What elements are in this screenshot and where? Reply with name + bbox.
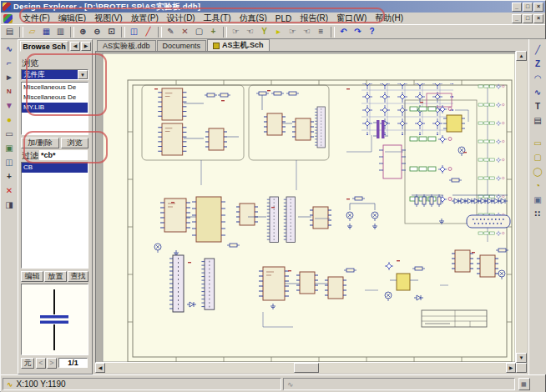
page-prev-button[interactable]: <: [36, 358, 46, 369]
menu-tools[interactable]: 工具(T): [200, 13, 235, 24]
menu-window[interactable]: 窗口(W): [332, 13, 371, 24]
round-rect-tool-icon[interactable]: ▢: [531, 151, 544, 163]
list-icon[interactable]: ≡: [314, 26, 328, 38]
find-button[interactable]: 查找: [68, 271, 88, 282]
delete-tool-icon[interactable]: ✕: [3, 184, 16, 197]
tab-schematic-active[interactable]: AS主机.Sch: [207, 39, 270, 51]
panel-scroll-left-button[interactable]: ◀: [70, 42, 80, 51]
menu-place[interactable]: 放置(P): [126, 13, 162, 24]
menu-view[interactable]: 视图(V): [90, 13, 126, 24]
rectangle-tool-icon[interactable]: ▭: [531, 137, 544, 149]
help-icon[interactable]: ?: [365, 26, 379, 38]
document-icon[interactable]: [3, 14, 13, 23]
zoom-selection-icon[interactable]: ⊡: [104, 26, 119, 38]
net-label-tool-icon[interactable]: N: [3, 85, 16, 98]
select-document-icon[interactable]: ▤: [3, 26, 17, 38]
picture-tool-icon[interactable]: ◫: [3, 156, 16, 168]
minimize-button[interactable]: _: [512, 3, 522, 12]
menu-file[interactable]: 文件(F): [18, 13, 54, 24]
panel-tab-browse-sch[interactable]: Browse Sch: [20, 41, 68, 52]
menu-help[interactable]: 帮助(H): [371, 13, 407, 24]
scroll-right-icon[interactable]: ▶: [506, 363, 516, 373]
pointer-tool-icon[interactable]: ►: [3, 71, 16, 83]
bezier-tool-icon[interactable]: ∿: [531, 86, 544, 98]
undo-icon[interactable]: ↶: [336, 26, 351, 38]
vertical-scrollbar[interactable]: ▲ ▼: [516, 51, 527, 363]
renumber-icon[interactable]: ☜: [300, 26, 314, 38]
mdi-restore-button[interactable]: □: [523, 14, 533, 23]
unit-button[interactable]: 元: [21, 358, 34, 369]
print-icon[interactable]: ▥: [53, 26, 68, 38]
menu-reports[interactable]: 报告(R): [296, 13, 332, 24]
place-button[interactable]: 放置: [44, 271, 67, 282]
bus-tool-icon[interactable]: ⌐: [3, 57, 16, 69]
open-icon[interactable]: ▱: [25, 26, 39, 38]
library-listbox[interactable]: Miscellaneous De Miscellaneous De MY.LIB: [21, 82, 88, 135]
annotate-icon[interactable]: ☞: [286, 26, 300, 38]
status-grid-button[interactable]: ▦: [518, 378, 530, 390]
mdi-close-button[interactable]: ×: [533, 14, 543, 23]
text-frame-tool-icon[interactable]: ▤: [531, 114, 544, 127]
part-place-tool-icon[interactable]: ▭: [3, 128, 16, 140]
dropdown-arrow-icon[interactable]: ▼: [78, 70, 88, 79]
probe-net-icon[interactable]: ☜: [243, 26, 257, 38]
close-button[interactable]: ×: [533, 3, 543, 12]
add-remove-button[interactable]: 加/删除: [21, 138, 59, 148]
scrollbar-corner: [516, 363, 527, 373]
tab-documents[interactable]: Documents: [157, 40, 207, 51]
scrollbar-thumb[interactable]: [294, 363, 319, 373]
filter-icon[interactable]: Y: [257, 26, 271, 38]
browse-library-icon[interactable]: ◫: [127, 26, 141, 38]
move-part-tool-icon[interactable]: +: [3, 170, 16, 183]
redo-icon[interactable]: ↷: [351, 26, 365, 38]
list-item[interactable]: Miscellaneous De: [22, 93, 88, 103]
library-type-dropdown[interactable]: 元件库 ▼: [21, 69, 88, 80]
list-item-selected[interactable]: MY.LIB: [22, 103, 88, 113]
filter-input[interactable]: *cb*: [39, 150, 88, 160]
move-icon[interactable]: +: [206, 26, 220, 38]
save-icon[interactable]: ▦: [39, 26, 53, 38]
list-item-selected[interactable]: CB: [22, 163, 88, 173]
schematic-canvas[interactable]: [95, 51, 516, 363]
cut-icon[interactable]: ✕: [178, 26, 192, 38]
edit-button[interactable]: 编辑: [21, 271, 43, 282]
arc-tool-icon[interactable]: ◠: [531, 72, 544, 84]
browse-button[interactable]: 浏览: [61, 138, 88, 148]
paste-array-tool-icon[interactable]: ∷: [531, 208, 544, 220]
menu-edit[interactable]: 编辑(E): [54, 13, 90, 24]
ellipse-tool-icon[interactable]: ◯: [531, 165, 544, 178]
polyline-tool-icon[interactable]: Z: [531, 58, 544, 70]
scroll-up-icon[interactable]: ▲: [516, 51, 527, 61]
text-tool-icon[interactable]: T: [531, 100, 544, 113]
edit-tool-icon[interactable]: ✎: [164, 26, 178, 38]
pie-tool-icon[interactable]: ◔: [531, 179, 544, 192]
line-tool-icon[interactable]: ╱: [531, 43, 544, 56]
scroll-down-icon[interactable]: ▼: [516, 353, 527, 363]
scroll-left-icon[interactable]: ◀: [95, 363, 105, 373]
wire-tool-icon[interactable]: ∿: [3, 43, 16, 55]
cluster-db-connector: [467, 215, 510, 228]
select-area-icon[interactable]: ▢: [192, 26, 206, 38]
restore-button[interactable]: □: [523, 3, 533, 12]
graphic-tool-icon[interactable]: ▣: [531, 193, 544, 206]
list-item[interactable]: Miscellaneous De: [22, 83, 88, 93]
menu-simulate[interactable]: 仿真(S): [235, 13, 270, 24]
power-port-tool-icon[interactable]: ▼: [3, 99, 16, 112]
editor-area: AS实验板.ddb Documents AS主机.Sch: [95, 39, 527, 373]
panel-scroll-right-button[interactable]: ▶: [81, 42, 91, 51]
junction-tool-icon[interactable]: ●: [3, 113, 16, 126]
horizontal-scrollbar[interactable]: ◀ ▶: [95, 363, 516, 373]
component-listbox[interactable]: CB: [21, 162, 88, 269]
probe-part-icon[interactable]: ☞: [229, 26, 243, 38]
menu-pld[interactable]: PLD: [271, 14, 296, 23]
run-cursor-icon[interactable]: ▸: [271, 26, 286, 38]
tab-design-database[interactable]: AS实验板.ddb: [97, 40, 156, 51]
undo-place-tool-icon[interactable]: ◨: [3, 199, 16, 211]
zoom-out-icon[interactable]: ⊖: [90, 26, 104, 38]
zoom-in-icon[interactable]: ⊕: [76, 26, 90, 38]
wire-icon[interactable]: ╱: [141, 26, 155, 38]
mdi-minimize-button[interactable]: _: [512, 14, 522, 23]
page-next-button[interactable]: >: [47, 358, 57, 369]
menu-design[interactable]: 设计(D): [163, 13, 200, 24]
sheet-symbol-tool-icon[interactable]: ▣: [3, 142, 16, 154]
